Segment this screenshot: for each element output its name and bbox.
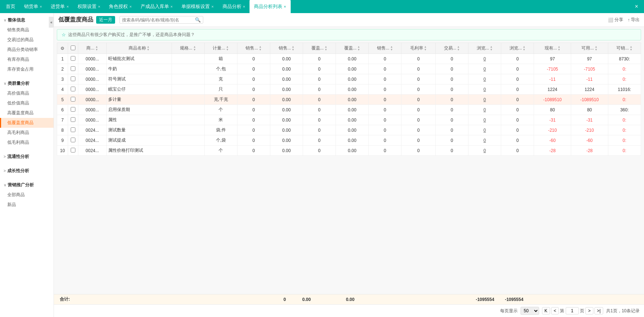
sidebar-group-cluster[interactable]: ∨ 类群量分析 [0, 79, 54, 88]
sidebar-item-high-value[interactable]: 高价值商品 [0, 88, 54, 98]
th-code[interactable]: 商...▲▼ [78, 43, 107, 54]
prev-page-button[interactable]: < [551, 307, 559, 314]
cell-checkbox[interactable] [68, 115, 78, 125]
row-checkbox[interactable] [71, 56, 75, 61]
th-sale-extra[interactable]: 销售...▲▼ [369, 43, 401, 54]
row-checkbox[interactable] [71, 66, 75, 71]
sidebar-item-capital[interactable]: 库存资金占用 [0, 64, 54, 74]
nav-item-template[interactable]: 单据模板设置 × [177, 0, 218, 13]
cell-view1[interactable]: 0 [468, 64, 501, 74]
nav-close-analysis-list[interactable]: × [284, 0, 286, 13]
cell-view1[interactable]: 0 [468, 54, 501, 64]
first-page-button[interactable]: K [542, 307, 550, 314]
sidebar-group-marketing[interactable]: ∨ 营销推广分析 [0, 180, 54, 190]
nav-close-permission[interactable]: × [98, 0, 100, 13]
view1-link[interactable]: 0 [483, 128, 486, 133]
th-usable[interactable]: 可用...▲▼ [571, 43, 608, 54]
row-checkbox[interactable] [71, 87, 75, 91]
nav-close-role[interactable]: × [129, 0, 131, 13]
view1-link[interactable]: 0 [483, 77, 486, 82]
th-sale-amount[interactable]: 销售...▲▼ [270, 43, 303, 54]
cell-checkbox[interactable] [68, 54, 78, 64]
page-number-input[interactable] [566, 307, 579, 314]
sidebar-group-growth[interactable]: > 成长性分析 [0, 166, 54, 176]
th-view2[interactable]: 浏览...▲▼ [501, 43, 534, 54]
sidebar-item-sales-goods[interactable]: 销售类商品 [0, 25, 54, 35]
nav-close-template[interactable]: × [211, 0, 213, 13]
sidebar-item-low-margin[interactable]: 低毛利商品 [0, 138, 54, 147]
view1-link[interactable]: 0 [483, 56, 486, 62]
nav-item-analysis[interactable]: 商品分析 × [218, 0, 250, 13]
sidebar-item-in-stock[interactable]: 有库存商品 [0, 55, 54, 64]
nav-item-role[interactable]: 角色授权 × [105, 0, 136, 13]
th-margin[interactable]: 毛利率▲▼ [401, 43, 436, 54]
th-settings[interactable]: ⚙ [57, 43, 68, 54]
row-checkbox[interactable] [71, 138, 75, 142]
search-input[interactable] [122, 17, 195, 23]
row-checkbox[interactable] [71, 97, 75, 102]
view1-link[interactable]: 0 [483, 87, 486, 92]
nav-item-product-entry[interactable]: 产成品入库单 × [136, 0, 177, 13]
nav-item-permission[interactable]: 权限设置 × [73, 0, 105, 13]
cell-view1[interactable]: 0 [468, 105, 501, 115]
sidebar-group-overall[interactable]: ∨ 整体信息 [0, 15, 54, 25]
cell-checkbox[interactable] [68, 135, 78, 146]
row-checkbox[interactable] [71, 127, 75, 132]
last-page-button[interactable]: >| [594, 307, 603, 314]
row-checkbox[interactable] [71, 148, 75, 152]
cell-view1[interactable]: 0 [468, 135, 501, 146]
view1-link[interactable]: 0 [483, 118, 486, 123]
sidebar-item-all-goods[interactable]: 全部商品 [0, 190, 54, 200]
nav-close-purchase[interactable]: × [66, 0, 68, 13]
view1-link[interactable]: 0 [483, 138, 486, 143]
th-spec[interactable]: 规格...▲▼ [172, 43, 204, 54]
cell-view1[interactable]: 0 [468, 74, 501, 84]
th-current[interactable]: 现有...▲▼ [534, 43, 571, 54]
sidebar-collapse-button[interactable]: « [49, 17, 54, 28]
th-trade[interactable]: 交易...▲▼ [435, 43, 468, 54]
th-unit[interactable]: 计量...▲▼ [204, 43, 237, 54]
export-button[interactable]: ↑ 导出 [628, 17, 640, 23]
nav-item-sales[interactable]: 销货单 × [20, 0, 46, 13]
sidebar-item-high-coverage[interactable]: 高覆盖度商品 [0, 108, 54, 118]
per-page-select[interactable]: 50 20 100 [521, 307, 539, 315]
cell-view1[interactable]: 0 [468, 125, 501, 135]
sidebar-item-low-coverage[interactable]: 低覆盖度商品 [0, 118, 54, 128]
view1-link[interactable]: 0 [483, 97, 486, 102]
period-button[interactable]: 近一月 [96, 16, 115, 24]
cell-view1[interactable]: 0 [468, 95, 501, 105]
cell-view1[interactable]: 0 [468, 146, 501, 156]
row-checkbox[interactable] [71, 117, 75, 122]
window-close-button[interactable]: × [631, 3, 643, 10]
nav-close-analysis[interactable]: × [243, 0, 245, 13]
cell-checkbox[interactable] [68, 74, 78, 84]
next-page-button[interactable]: > [585, 307, 593, 314]
cell-checkbox[interactable] [68, 64, 78, 74]
sidebar-item-new-goods[interactable]: 新品 [0, 200, 54, 210]
th-saleable[interactable]: 可销...▲▼ [608, 43, 641, 54]
sidebar-item-category-rate[interactable]: 商品分类动销率 [0, 45, 54, 55]
th-view1[interactable]: 浏览...▲▼ [468, 43, 501, 54]
th-sale-count[interactable]: 销售...▲▼ [237, 43, 270, 54]
th-cover1[interactable]: 覆盖...▲▼ [303, 43, 336, 54]
view1-link[interactable]: 0 [483, 107, 486, 112]
share-button[interactable]: ⬜ 分享 [608, 17, 623, 23]
row-checkbox[interactable] [71, 76, 75, 81]
th-cover2[interactable]: 覆盖...▲▼ [336, 43, 369, 54]
select-all-checkbox[interactable] [71, 45, 75, 50]
cell-checkbox[interactable] [68, 146, 78, 156]
th-checkbox[interactable] [68, 43, 78, 54]
cell-checkbox[interactable] [68, 95, 78, 105]
cell-view1[interactable]: 0 [468, 84, 501, 95]
nav-item-purchase[interactable]: 进货单 × [46, 0, 73, 13]
view1-link[interactable]: 0 [483, 148, 486, 153]
cell-checkbox[interactable] [68, 84, 78, 95]
cell-checkbox[interactable] [68, 105, 78, 115]
cell-checkbox[interactable] [68, 125, 78, 135]
nav-item-analysis-list[interactable]: 商品分析列表 × [250, 0, 290, 13]
row-checkbox[interactable] [71, 107, 75, 112]
cell-view1[interactable]: 0 [468, 115, 501, 125]
view1-link[interactable]: 0 [483, 67, 486, 72]
nav-item-home[interactable]: 首页 [1, 0, 20, 13]
sidebar-item-high-margin[interactable]: 高毛利商品 [0, 128, 54, 138]
